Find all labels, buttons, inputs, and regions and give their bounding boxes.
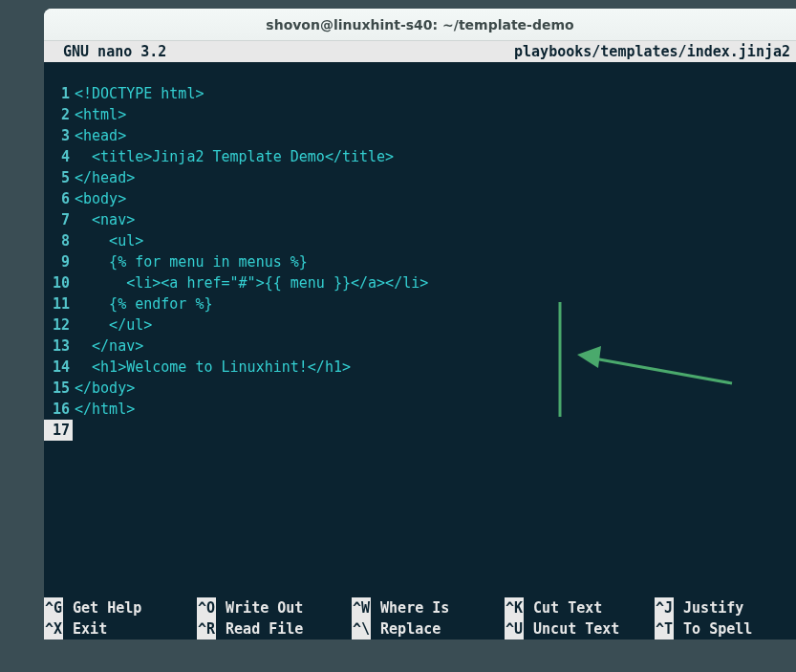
code-line[interactable]: <!DOCTYPE html> — [75, 83, 428, 104]
shortcut-item[interactable]: ^KCut Text — [505, 597, 655, 618]
window-titlebar[interactable]: shovon@linuxhint-s40: ~/template-demo — [44, 9, 796, 41]
nano-header-bar: GNU nano 3.2 playbooks/templates/index.j… — [44, 41, 796, 62]
line-number: 16 — [44, 399, 73, 420]
code-line[interactable]: <body> — [75, 188, 428, 209]
shortcut-item[interactable]: ^OWrite Out — [197, 597, 352, 618]
code-line[interactable]: </head> — [75, 167, 428, 188]
line-number: 13 — [44, 336, 73, 357]
line-number: 14 — [44, 357, 73, 378]
line-number: 11 — [44, 293, 73, 314]
shortcut-item[interactable]: ^JJustify — [655, 597, 788, 618]
shortcut-key: ^U — [505, 618, 524, 639]
code-line[interactable]: <head> — [75, 125, 428, 146]
line-number: 2 — [44, 104, 73, 125]
shortcut-key: ^O — [197, 597, 216, 618]
code-line[interactable]: <ul> — [75, 230, 428, 251]
shortcut-item[interactable]: ^\Replace — [352, 618, 505, 639]
shortcut-label: Replace — [380, 618, 441, 639]
line-number: 12 — [44, 314, 73, 336]
code-line[interactable]: </body> — [75, 378, 428, 399]
line-number: 4 — [44, 146, 73, 167]
line-number-gutter: 1234567891011121314151617 — [44, 83, 73, 441]
code-line[interactable]: </nav> — [75, 336, 428, 357]
shortcut-item[interactable]: ^GGet Help — [44, 597, 197, 618]
editor-area[interactable]: 1234567891011121314151617 <!DOCTYPE html… — [44, 62, 796, 441]
line-number: 5 — [44, 167, 73, 188]
shortcut-row: ^XExit^RRead File^\Replace^UUncut Text^T… — [44, 618, 796, 639]
code-line[interactable]: </ul> — [75, 314, 428, 336]
shortcut-item[interactable]: ^UUncut Text — [505, 618, 655, 639]
shortcut-label: Write Out — [226, 597, 303, 618]
line-number: 17 — [44, 420, 73, 441]
shortcut-key: ^R — [197, 618, 216, 639]
shortcut-item[interactable]: ^RRead File — [197, 618, 352, 639]
shortcut-item[interactable]: ^XExit — [44, 618, 197, 639]
code-line[interactable]: <title>Jinja2 Template Demo</title> — [75, 146, 428, 167]
shortcut-label: To Spell — [683, 618, 752, 639]
shortcut-key: ^W — [352, 597, 371, 618]
line-number: 10 — [44, 272, 73, 293]
shortcut-label: Uncut Text — [533, 618, 619, 639]
nano-current-file: playbooks/templates/index.jinja2 — [514, 41, 796, 62]
code-line[interactable]: <html> — [75, 104, 428, 125]
line-number: 3 — [44, 125, 73, 146]
code-line[interactable]: <li><a href="#">{{ menu }}</a></li> — [75, 272, 428, 293]
line-number: 8 — [44, 230, 73, 251]
line-number: 7 — [44, 209, 73, 230]
code-content[interactable]: <!DOCTYPE html><html><head> <title>Jinja… — [73, 83, 428, 441]
shortcut-item[interactable]: ^TTo Spell — [655, 618, 788, 639]
code-line[interactable]: </html> — [75, 399, 428, 420]
code-line[interactable] — [75, 420, 428, 441]
shortcut-label: Read File — [226, 618, 303, 639]
terminal-viewport[interactable]: GNU nano 3.2 playbooks/templates/index.j… — [44, 41, 796, 639]
shortcut-key: ^K — [505, 597, 524, 618]
code-line[interactable]: <nav> — [75, 209, 428, 230]
nano-shortcut-bar: ^GGet Help^OWrite Out^WWhere Is^KCut Tex… — [44, 597, 796, 639]
shortcut-row: ^GGet Help^OWrite Out^WWhere Is^KCut Tex… — [44, 597, 796, 618]
nano-app-name: GNU nano 3.2 — [44, 41, 166, 62]
line-number: 15 — [44, 378, 73, 399]
code-line[interactable]: {% endfor %} — [75, 293, 428, 314]
shortcut-key: ^X — [44, 618, 63, 639]
line-number: 6 — [44, 188, 73, 209]
shortcut-key: ^J — [655, 597, 674, 618]
shortcut-key: ^T — [655, 618, 674, 639]
shortcut-key: ^G — [44, 597, 63, 618]
shortcut-label: Exit — [73, 618, 107, 639]
code-line[interactable]: {% for menu in menus %} — [75, 251, 428, 272]
line-number: 9 — [44, 251, 73, 272]
window-title: shovon@linuxhint-s40: ~/template-demo — [266, 17, 573, 33]
shortcut-label: Cut Text — [533, 597, 602, 618]
shortcut-label: Justify — [683, 597, 743, 618]
shortcut-key: ^\ — [352, 618, 371, 639]
shortcut-item[interactable]: ^WWhere Is — [352, 597, 505, 618]
terminal-window: shovon@linuxhint-s40: ~/template-demo GN… — [44, 9, 796, 639]
code-line[interactable]: <h1>Welcome to Linuxhint!</h1> — [75, 357, 428, 378]
shortcut-label: Get Help — [73, 597, 141, 618]
shortcut-label: Where Is — [380, 597, 449, 618]
line-number: 1 — [44, 83, 73, 104]
